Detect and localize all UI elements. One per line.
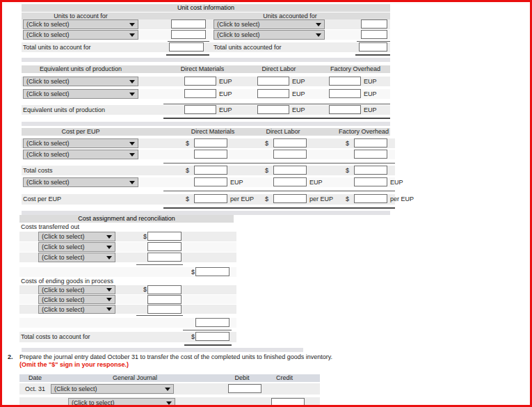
cost-row1-fo-input[interactable] xyxy=(354,138,387,147)
total-rule xyxy=(166,54,209,56)
journal-row1-debit-input[interactable] xyxy=(228,384,261,393)
eup-unit-label: EUP xyxy=(219,89,232,99)
select-label: (Click to select) xyxy=(26,140,70,147)
eup-row2-select[interactable]: (Click to select) xyxy=(23,89,138,99)
eup-row2-dm-input[interactable] xyxy=(184,89,216,98)
cost-per-eup-dm-input[interactable] xyxy=(194,194,227,203)
ending-row1-input[interactable] xyxy=(147,285,182,294)
eup-unit-label: EUP xyxy=(230,177,243,187)
cost-row2-dm-input[interactable] xyxy=(194,150,227,159)
subtotal-rule xyxy=(163,104,390,104)
eup-divisor-select[interactable]: (Click to select) xyxy=(23,177,138,187)
dollar-sign: $ xyxy=(143,232,147,241)
journal-row2-account-select[interactable]: (Click to select) xyxy=(68,398,175,407)
subtotal-rule xyxy=(163,191,395,191)
cost-row1-select[interactable]: (Click to select) xyxy=(23,138,138,148)
select-label: (Click to select) xyxy=(42,244,85,250)
transferred-row3-input[interactable] xyxy=(147,253,182,262)
eup-total-dm-input[interactable] xyxy=(184,105,216,114)
equivalent-units-section: Equivalent units of production Direct Ma… xyxy=(22,65,390,128)
eup-unit-label: EUP xyxy=(390,177,403,187)
cost-per-eup-fo-input[interactable] xyxy=(354,194,387,203)
total-costs-dm-input[interactable] xyxy=(194,166,227,175)
eup-row2-fo-input[interactable] xyxy=(329,89,361,98)
dollar-sign: $ xyxy=(346,194,349,205)
journal-col-date: Date xyxy=(19,374,51,382)
units-to-account-row2-select[interactable]: (Click to select) xyxy=(23,30,138,40)
units-accounted-row2-select[interactable]: (Click to select) xyxy=(213,30,325,40)
per-eup-label: per EUP xyxy=(309,194,333,205)
cost-row2-fo-input[interactable] xyxy=(354,150,387,159)
eup-divisor-dm-input[interactable] xyxy=(194,177,227,186)
transferred-row-1: (Click to select) $ xyxy=(19,232,236,241)
dollar-sign: $ xyxy=(186,138,189,148)
eup-row1-dm-input[interactable] xyxy=(184,77,216,86)
unit-cost-row-1: (Click to select) (Click to select) xyxy=(22,19,390,29)
cost-per-eup-header: Cost per EUP Direct Materials Direct Lab… xyxy=(22,128,390,136)
transferred-subtotal-input[interactable] xyxy=(195,267,229,276)
select-label: (Click to select) xyxy=(26,31,70,38)
ending-row3-select[interactable]: (Click to select) xyxy=(38,305,115,314)
cost-row1-dm-input[interactable] xyxy=(194,138,227,147)
col-direct-labor: Direct Labor xyxy=(241,128,325,136)
cost-row2-dl-input[interactable] xyxy=(273,150,307,159)
total-units-accounted-input[interactable] xyxy=(359,42,387,51)
transferred-row-2: (Click to select) xyxy=(19,242,236,252)
units-accounted-row1-input[interactable] xyxy=(361,19,387,29)
eup-unit-label: EUP xyxy=(219,77,232,86)
subtotal-rule xyxy=(168,41,209,42)
section-divider xyxy=(22,348,303,352)
dollar-sign: $ xyxy=(186,166,189,175)
total-units-to-account-input[interactable] xyxy=(169,42,204,51)
transferred-row1-select[interactable]: (Click to select) xyxy=(38,232,115,241)
equivalent-units-header: Equivalent units of production Direct Ma… xyxy=(22,65,390,73)
ending-row3-input[interactable] xyxy=(147,305,182,314)
units-to-account-row1-input[interactable] xyxy=(171,19,206,29)
eup-unit-label: EUP xyxy=(292,89,305,99)
cost-row1-dl-input[interactable] xyxy=(273,138,307,147)
question-number: 2. xyxy=(8,353,13,360)
eup-divisor-dl-input[interactable] xyxy=(273,177,307,186)
transferred-row3-select[interactable]: (Click to select) xyxy=(38,253,115,262)
ending-subtotal-input[interactable] xyxy=(195,318,229,327)
total-costs-dl-input[interactable] xyxy=(273,166,307,175)
eup-row1-fo-input[interactable] xyxy=(329,77,361,86)
ending-row-2: (Click to select) xyxy=(19,295,236,304)
units-accounted-row2-input[interactable] xyxy=(361,30,387,39)
units-to-account-row2-input[interactable] xyxy=(171,30,206,39)
cost-per-eup-dl-input[interactable] xyxy=(273,194,307,203)
transferred-row2-select[interactable]: (Click to select) xyxy=(38,242,115,252)
eup-row1-select[interactable]: (Click to select) xyxy=(23,77,138,86)
equivalent-units-title: Equivalent units of production xyxy=(22,65,140,73)
col-factory-overhead: Factory Overhead xyxy=(314,65,397,73)
total-costs-account-input[interactable] xyxy=(195,332,229,341)
ending-row2-select[interactable]: (Click to select) xyxy=(38,295,115,304)
eup-row2-dl-input[interactable] xyxy=(257,89,289,98)
dropdown-arrow-icon xyxy=(316,33,321,37)
total-rule xyxy=(163,118,390,119)
eup-total-fo-input[interactable] xyxy=(329,105,361,114)
journal-row2-credit-input[interactable] xyxy=(271,398,305,407)
journal-row1-account-select[interactable]: (Click to select) xyxy=(51,384,174,394)
dollar-sign: $ xyxy=(346,166,349,175)
transferred-row2-input[interactable] xyxy=(147,242,182,251)
journal-row1-date: Oct. 31 xyxy=(25,383,45,394)
cost-row2-select[interactable]: (Click to select) xyxy=(23,150,138,159)
total-costs-fo-input[interactable] xyxy=(354,166,387,175)
total-rule xyxy=(163,207,395,209)
eup-unit-label: EUP xyxy=(292,77,305,86)
dropdown-arrow-icon xyxy=(129,23,135,26)
eup-total-dl-input[interactable] xyxy=(257,105,289,114)
dropdown-arrow-icon xyxy=(165,388,170,391)
ending-row2-input[interactable] xyxy=(147,295,182,304)
eup-row1-dl-input[interactable] xyxy=(257,77,289,86)
units-to-account-row1-select[interactable]: (Click to select) xyxy=(23,19,138,29)
subtotal-rule xyxy=(136,264,183,265)
cost-per-eup-label: Cost per EUP xyxy=(23,194,61,205)
ending-row1-select[interactable]: (Click to select) xyxy=(38,285,115,294)
transferred-row1-input[interactable] xyxy=(147,232,182,241)
dollar-sign: $ xyxy=(191,332,195,342)
units-accounted-row1-select[interactable]: (Click to select) xyxy=(213,19,325,29)
dollar-sign: $ xyxy=(143,285,147,294)
eup-divisor-fo-input[interactable] xyxy=(354,177,387,186)
